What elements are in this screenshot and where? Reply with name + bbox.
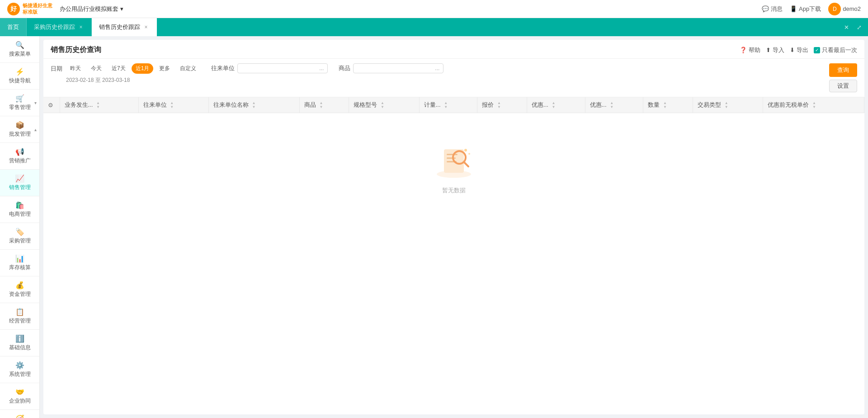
sidebar-retail-label: 零售管理 xyxy=(9,104,31,111)
filter-actions: 查询 设置 xyxy=(829,63,857,92)
table-header: ⚙ 业务发生... ▲▼ 往来单位 ▲▼ xyxy=(43,97,864,113)
company-selector[interactable]: 办公用品行业模拟账套 ▾ xyxy=(56,3,127,15)
th-partner-name[interactable]: 往来单位名称 ▲▼ xyxy=(208,97,299,113)
gear-icon: ⚙ xyxy=(48,102,53,109)
sort-biz-date: ▲▼ xyxy=(96,101,100,109)
date-filter-block: 日期 昨天 今天 近7天 近1月 更多 自定义 2023-02-18 至 202… xyxy=(51,63,200,84)
date-btn-custom[interactable]: 自定义 xyxy=(176,63,200,74)
th-goods[interactable]: 商品 ▲▼ xyxy=(299,97,349,113)
sidebar-item-basic[interactable]: ℹ️ 基础信息 xyxy=(0,330,39,356)
app-download-button[interactable]: 📱 App下载 xyxy=(790,5,821,13)
sort-discount2: ▲▼ xyxy=(610,101,613,109)
message-button[interactable]: 💬 消息 xyxy=(762,5,783,13)
sidebar-basic-label: 基础信息 xyxy=(9,344,31,352)
sidebar-search-label: 搜索菜单 xyxy=(9,50,31,58)
settings-button[interactable]: 设置 xyxy=(829,80,857,92)
th-unit[interactable]: 计量... ▲▼ xyxy=(419,97,477,113)
tab-purchase-close[interactable]: × xyxy=(78,24,84,30)
shortcut-icon: ⚡ xyxy=(15,67,24,76)
sidebar-item-retail[interactable]: 🛒 零售管理 ▾ xyxy=(0,90,39,116)
date-label: 日期 xyxy=(51,65,62,73)
data-table: ⚙ 业务发生... ▲▼ 往来单位 ▲▼ xyxy=(43,97,864,113)
partner-input[interactable]: ... xyxy=(237,63,328,73)
chevron-down-icon: ▾ xyxy=(34,100,37,105)
svg-point-8 xyxy=(468,153,470,155)
page-title: 销售历史价查询 xyxy=(51,45,101,55)
help-button[interactable]: ❓ 帮助 xyxy=(740,46,760,54)
sidebar-item-finance[interactable]: 💰 资金管理 xyxy=(0,276,39,303)
svg-rect-3 xyxy=(447,157,456,159)
partner-label: 往来单位 xyxy=(211,64,235,72)
sidebar-item-operations[interactable]: 📋 经营管理 xyxy=(0,303,39,330)
date-shortcuts: 昨天 今天 近7天 近1月 更多 自定义 xyxy=(66,63,200,74)
th-quantity[interactable]: 数量 ▲▼ xyxy=(643,97,693,113)
tab-sales-label: 销售历史价跟踪 xyxy=(99,23,140,31)
only-latest-checkbox[interactable]: ✓ 只看最后一次 xyxy=(814,46,857,54)
sort-pretax-price: ▲▼ xyxy=(812,101,816,109)
maximize-button[interactable]: ⤢ xyxy=(854,22,864,33)
sidebar-item-marketing[interactable]: 📢 营销推广 xyxy=(0,143,39,170)
sidebar-finance-label: 资金管理 xyxy=(9,290,31,298)
goods-input[interactable]: ... xyxy=(353,63,443,73)
close-icon: ✕ xyxy=(844,24,849,31)
import-label: 导入 xyxy=(773,46,784,54)
tab-home[interactable]: 首页 xyxy=(0,18,27,36)
sort-price: ▲▼ xyxy=(497,101,501,109)
export-button[interactable]: ⬇ 导出 xyxy=(790,46,808,54)
chevron-down-icon: ▾ xyxy=(120,5,123,12)
sidebar-sales-label: 销售管理 xyxy=(9,184,31,191)
sidebar-item-enterprise[interactable]: 🤝 企业协同 xyxy=(0,383,39,410)
main-content: 销售历史价查询 ❓ 帮助 ⬆ 导入 ⬇ 导出 ✓ xyxy=(40,36,868,418)
logo-icon: 好 xyxy=(7,3,20,15)
th-trade-type[interactable]: 交易类型 ▲▼ xyxy=(693,97,763,113)
sort-partner-code: ▲▼ xyxy=(170,101,174,109)
date-btn-yesterday[interactable]: 昨天 xyxy=(66,63,85,74)
date-filter-row1: 日期 昨天 今天 近7天 近1月 更多 自定义 xyxy=(51,63,200,74)
tab-purchase[interactable]: 采购历史价跟踪 × xyxy=(27,18,92,36)
date-btn-1month[interactable]: 近1月 xyxy=(132,63,154,74)
partner-filter: 往来单位 ... xyxy=(211,63,328,73)
th-price[interactable]: 报价 ▲▼ xyxy=(477,97,527,113)
query-button[interactable]: 查询 xyxy=(829,63,857,77)
sort-unit: ▲▼ xyxy=(444,101,448,109)
date-btn-7days[interactable]: 近7天 xyxy=(108,63,130,74)
sidebar-item-shortcut[interactable]: ⚡ 快捷导航 xyxy=(0,63,39,90)
import-icon: ⬆ xyxy=(766,47,771,53)
system-icon: ⚙️ xyxy=(15,361,24,370)
logo-text: 畅捷通好生意 标准版 xyxy=(23,3,52,14)
export-icon: ⬇ xyxy=(790,47,795,53)
sidebar-item-search[interactable]: 🔍 搜索菜单 xyxy=(0,36,39,63)
user-area[interactable]: D demo2 xyxy=(828,3,861,15)
sidebar-item-ecommerce[interactable]: 🛍️ 电商管理 xyxy=(0,196,39,223)
sidebar-enterprise-label: 企业协同 xyxy=(9,397,31,405)
th-discount1[interactable]: 优惠... ▲▼ xyxy=(527,97,585,113)
import-button[interactable]: ⬆ 导入 xyxy=(766,46,784,54)
tab-sales-close[interactable]: × xyxy=(143,24,149,30)
sidebar-ecommerce-label: 电商管理 xyxy=(9,210,31,218)
tab-sales[interactable]: 销售历史价跟踪 × xyxy=(92,18,157,36)
sort-spec: ▲▼ xyxy=(381,101,384,109)
close-all-tabs-button[interactable]: ✕ xyxy=(841,22,852,33)
export-label: 导出 xyxy=(797,46,808,54)
sort-quantity: ▲▼ xyxy=(663,101,667,109)
sidebar-item-wholesale[interactable]: 📦 批发管理 ▴ xyxy=(0,116,39,143)
sort-discount1: ▲▼ xyxy=(552,101,556,109)
sidebar-item-system[interactable]: ⚙️ 系统管理 xyxy=(0,356,39,383)
th-discount2[interactable]: 优惠... ▲▼ xyxy=(585,97,643,113)
th-settings[interactable]: ⚙ xyxy=(43,97,60,113)
message-icon: 💬 xyxy=(762,5,769,12)
th-biz-date[interactable]: 业务发生... ▲▼ xyxy=(60,97,138,113)
date-btn-more[interactable]: 更多 xyxy=(155,63,174,74)
sidebar-item-purchase[interactable]: 🏷️ 采购管理 xyxy=(0,223,39,250)
search-icon: 🔍 xyxy=(15,41,24,49)
th-partner-code[interactable]: 往来单位 ▲▼ xyxy=(138,97,208,113)
date-btn-today[interactable]: 今天 xyxy=(87,63,106,74)
th-spec[interactable]: 规格型号 ▲▼ xyxy=(349,97,419,113)
th-pretax-price[interactable]: 优惠前无税单价 ▲▼ xyxy=(763,97,864,113)
retail-icon: 🛒 xyxy=(15,94,24,103)
sort-partner-name: ▲▼ xyxy=(252,101,256,109)
sidebar-item-sales[interactable]: 📈 销售管理 xyxy=(0,170,39,196)
sidebar-item-inventory[interactable]: 📊 库存核算 xyxy=(0,250,39,276)
sidebar-item-newbie[interactable]: 🧭 新手引导 xyxy=(0,410,39,418)
svg-line-6 xyxy=(464,162,468,166)
